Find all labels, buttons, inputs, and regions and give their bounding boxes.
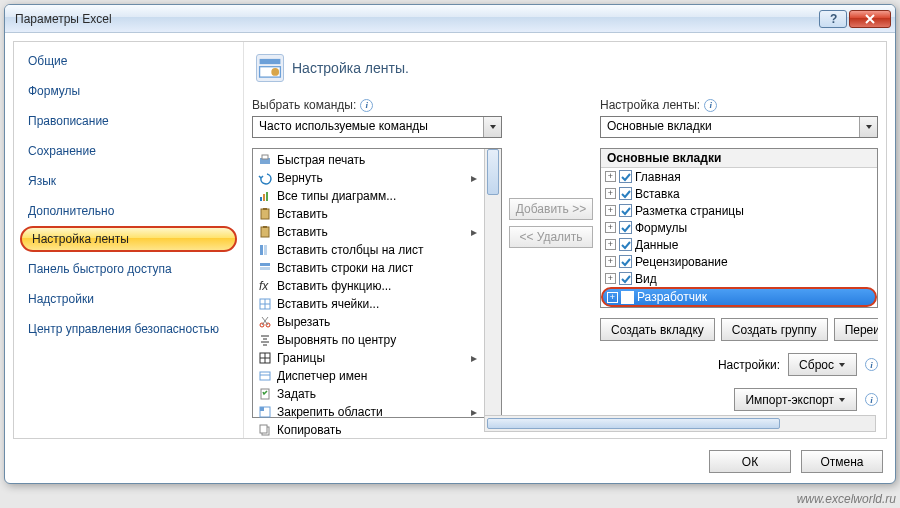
command-item[interactable]: Вставить ячейки... bbox=[253, 295, 501, 313]
ribbon-tab-item[interactable]: +Разметка страницы bbox=[601, 202, 877, 219]
command-item[interactable]: Диспетчер имен bbox=[253, 367, 501, 385]
checkbox[interactable] bbox=[619, 204, 632, 217]
import-export-button[interactable]: Импорт-экспорт bbox=[734, 388, 857, 411]
command-item[interactable]: Выровнять по центру bbox=[253, 331, 501, 349]
scrollbar-horizontal[interactable] bbox=[484, 415, 876, 432]
new-group-button[interactable]: Создать группу bbox=[721, 318, 828, 341]
rename-button[interactable]: Переименовать... bbox=[834, 318, 878, 341]
sidebar-item[interactable]: Общие bbox=[14, 48, 243, 74]
paste-icon bbox=[257, 206, 273, 222]
checkbox[interactable] bbox=[619, 170, 632, 183]
rows-icon bbox=[257, 260, 273, 276]
command-item[interactable]: Быстрая печать bbox=[253, 151, 501, 169]
paste-icon bbox=[257, 224, 273, 240]
settings-label: Настройки: bbox=[718, 358, 780, 372]
copy-icon bbox=[257, 422, 273, 438]
command-label: Вырезать bbox=[277, 315, 330, 329]
command-label: Задать bbox=[277, 387, 316, 401]
chevron-down-icon[interactable] bbox=[483, 117, 501, 137]
command-item[interactable]: Закрепить области▸ bbox=[253, 403, 501, 421]
customize-ribbon-combo[interactable]: Основные вкладки bbox=[600, 116, 878, 138]
scrollbar-vertical[interactable] bbox=[484, 149, 501, 417]
submenu-arrow-icon: ▸ bbox=[471, 351, 477, 365]
ribbon-tab-item[interactable]: +Формулы bbox=[601, 219, 877, 236]
svg-rect-14 bbox=[264, 245, 267, 255]
tree-expander[interactable]: + bbox=[607, 292, 618, 303]
info-icon[interactable]: i bbox=[704, 99, 717, 112]
ribbon-tab-item[interactable]: +Данные bbox=[601, 236, 877, 253]
info-icon[interactable]: i bbox=[865, 393, 878, 406]
sidebar-item[interactable]: Правописание bbox=[14, 108, 243, 134]
remove-button[interactable]: << Удалить bbox=[509, 226, 593, 248]
category-sidebar: ОбщиеФормулыПравописаниеСохранениеЯзыкДо… bbox=[14, 42, 244, 438]
submenu-arrow-icon: ▸ bbox=[471, 171, 477, 185]
add-button[interactable]: Добавить >> bbox=[509, 198, 593, 220]
ribbon-tab-item[interactable]: +Надстройки bbox=[601, 307, 877, 308]
command-item[interactable]: Вставить▸ bbox=[253, 223, 501, 241]
cancel-button[interactable]: Отмена bbox=[801, 450, 883, 473]
checkbox[interactable] bbox=[619, 187, 632, 200]
svg-rect-13 bbox=[260, 245, 263, 255]
checkbox[interactable] bbox=[619, 272, 632, 285]
ribbon-tab-item[interactable]: +Вставка bbox=[601, 185, 877, 202]
sidebar-item[interactable]: Формулы bbox=[14, 78, 243, 104]
checkbox[interactable] bbox=[619, 238, 632, 251]
choose-commands-combo[interactable]: Часто используемые команды bbox=[252, 116, 502, 138]
tree-expander[interactable]: + bbox=[605, 171, 616, 182]
sidebar-item[interactable]: Сохранение bbox=[14, 138, 243, 164]
tree-header: Основные вкладки bbox=[601, 149, 877, 168]
sidebar-item[interactable]: Надстройки bbox=[14, 286, 243, 312]
ribbon-tab-item[interactable]: +Рецензирование bbox=[601, 253, 877, 270]
command-item[interactable]: Вырезать bbox=[253, 313, 501, 331]
sidebar-item[interactable]: Настройка ленты bbox=[20, 226, 237, 252]
command-item[interactable]: Вернуть▸ bbox=[253, 169, 501, 187]
command-item[interactable]: Вставить столбцы на лист bbox=[253, 241, 501, 259]
ribbon-tab-item[interactable]: +Главная bbox=[601, 168, 877, 185]
command-item[interactable]: Задать bbox=[253, 385, 501, 403]
tree-expander[interactable]: + bbox=[605, 222, 616, 233]
tree-expander[interactable]: + bbox=[605, 273, 616, 284]
svg-rect-1 bbox=[260, 59, 281, 64]
scrollbar-thumb[interactable] bbox=[487, 149, 499, 195]
sidebar-item[interactable]: Панель быстрого доступа bbox=[14, 256, 243, 282]
window-title: Параметры Excel bbox=[15, 12, 819, 26]
help-button[interactable]: ? bbox=[819, 10, 847, 28]
svg-rect-9 bbox=[261, 209, 269, 219]
checkbox[interactable] bbox=[619, 255, 632, 268]
tree-expander[interactable]: + bbox=[605, 205, 616, 216]
command-item[interactable]: Все типы диаграмм... bbox=[253, 187, 501, 205]
scrollbar-thumb[interactable] bbox=[487, 418, 780, 429]
command-item[interactable]: Вставить bbox=[253, 205, 501, 223]
command-item[interactable]: Вставить строки на лист bbox=[253, 259, 501, 277]
command-item[interactable]: fxВставить функцию... bbox=[253, 277, 501, 295]
chevron-down-icon[interactable] bbox=[859, 117, 877, 137]
sidebar-item[interactable]: Язык bbox=[14, 168, 243, 194]
fx-icon: fx bbox=[257, 278, 273, 294]
ok-button[interactable]: ОК bbox=[709, 450, 791, 473]
command-item[interactable]: Копировать bbox=[253, 421, 501, 438]
close-button[interactable] bbox=[849, 10, 891, 28]
ribbon-tabs-tree[interactable]: Основные вкладки +Главная+Вставка+Размет… bbox=[600, 148, 878, 308]
info-icon[interactable]: i bbox=[360, 99, 373, 112]
commands-listbox[interactable]: Быстрая печатьВернуть▸Все типы диаграмм.… bbox=[252, 148, 502, 418]
panel-heading: Настройка ленты. bbox=[292, 60, 409, 76]
command-label: Закрепить области bbox=[277, 405, 383, 419]
aligncenter-icon bbox=[257, 332, 273, 348]
tree-expander[interactable]: + bbox=[605, 256, 616, 267]
sidebar-item[interactable]: Дополнительно bbox=[14, 198, 243, 224]
new-tab-button[interactable]: Создать вкладку bbox=[600, 318, 715, 341]
svg-rect-8 bbox=[266, 192, 268, 201]
svg-rect-34 bbox=[260, 407, 264, 411]
ribbon-tab-item[interactable]: +Вид bbox=[601, 270, 877, 287]
tree-expander[interactable]: + bbox=[605, 239, 616, 250]
tab-label: Главная bbox=[635, 170, 681, 184]
command-item[interactable]: Границы▸ bbox=[253, 349, 501, 367]
info-icon[interactable]: i bbox=[865, 358, 878, 371]
checkbox[interactable] bbox=[621, 291, 634, 304]
reset-button[interactable]: Сброс bbox=[788, 353, 857, 376]
tree-expander[interactable]: + bbox=[605, 188, 616, 199]
ribbon-tab-item[interactable]: +Разработчик bbox=[601, 287, 877, 307]
checkbox[interactable] bbox=[619, 221, 632, 234]
sidebar-item[interactable]: Центр управления безопасностью bbox=[14, 316, 243, 342]
command-label: Все типы диаграмм... bbox=[277, 189, 396, 203]
